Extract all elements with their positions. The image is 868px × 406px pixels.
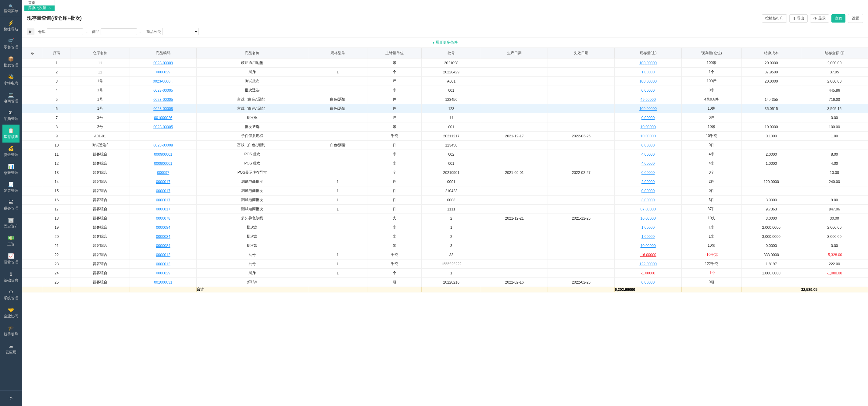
qty-main-cell[interactable]: 100.00000 xyxy=(615,104,681,113)
table-row[interactable]: 10 测试透选2 0023-00008 富诚（白色/沥情） 白色/沥情 件 12… xyxy=(22,141,868,150)
qty-main-cell[interactable]: 3.00000 xyxy=(615,196,681,205)
qty-main-cell[interactable]: 122.00000 xyxy=(615,260,681,269)
product-code-cell[interactable]: 0000084 xyxy=(130,241,197,250)
product-code-cell[interactable]: 0000084 xyxy=(130,223,197,232)
sidebar-item-collab[interactable]: 🤝企业协同 xyxy=(2,304,20,322)
sidebar-item-inventory[interactable]: 📋库存核查 xyxy=(2,125,20,142)
sidebar-item-guide[interactable]: 🎓新手引导 xyxy=(2,322,20,340)
product-code-cell[interactable]: 001000031 xyxy=(130,278,197,287)
sidebar-search[interactable]: 🔍 搜索菜单 xyxy=(0,2,22,17)
product-code-cell[interactable]: 0023-00008 xyxy=(130,104,197,113)
product-code-cell[interactable]: 0023-00005 xyxy=(130,123,197,132)
sidebar-item-assets[interactable]: 🏢固定资产 xyxy=(2,214,20,232)
product-code-cell[interactable]: 0000017 xyxy=(130,187,197,196)
qty-main-cell[interactable]: 0.00000 xyxy=(615,113,681,123)
table-row[interactable]: 19 普客综合 0000084 批次次 米 1 1.00000 1米 2,000… xyxy=(22,223,868,232)
table-row[interactable]: 5 1号 0023-00005 富诚（白色/沥情） 白色/沥情 件 123456… xyxy=(22,95,868,104)
qty-main-cell[interactable]: 1.00000 xyxy=(615,68,681,77)
warehouse-input[interactable] xyxy=(46,28,83,35)
table-row[interactable]: 8 2号 0023-00005 批次透选 米 001 10.00000 10米 … xyxy=(22,123,868,132)
sidebar-item-ledger[interactable]: 📊总账管理 xyxy=(2,161,20,178)
product-code-cell[interactable]: 0000012 xyxy=(130,260,197,269)
filter-expand-btn[interactable]: ▶ xyxy=(27,28,34,35)
table-row[interactable]: 22 普客综合 0000012 批号 1 千克 33 -16.00000 -16… xyxy=(22,250,868,260)
product-code-cell[interactable]: 0023-00005 xyxy=(130,95,197,104)
sidebar-item-finance[interactable]: 💰资金管理 xyxy=(2,142,20,161)
tab-库存批次量[interactable]: 库存批次量✕ xyxy=(24,5,55,11)
product-code-cell[interactable]: 0000017 xyxy=(130,205,197,214)
category-select[interactable] xyxy=(162,28,199,35)
table-row[interactable]: 21 普客综合 0000084 批次次 米 3 10.00000 10米 0.0… xyxy=(22,241,868,250)
product-input[interactable] xyxy=(101,28,137,35)
warehouse-dots[interactable]: ... xyxy=(85,29,88,34)
table-row[interactable]: 7 2号 001000026 批次框 吨 11 0.00000 0吨 0.00 xyxy=(22,113,868,123)
product-code-cell[interactable]: 0000078 xyxy=(130,214,197,223)
qty-main-cell[interactable]: 100.00000 xyxy=(615,59,681,68)
sidebar-item-system[interactable]: ⚙系统管理 xyxy=(2,286,20,304)
qty-main-cell[interactable]: 0.00000 xyxy=(615,168,681,177)
table-row[interactable]: 3 1号 0023-0000... 测试批次 斤 A001 100.00000 … xyxy=(22,77,868,86)
table-row[interactable]: 14 普客综合 0000017 测试电商批次 1 件 0001 2.00000 … xyxy=(22,177,868,187)
product-code-cell[interactable]: 0023-00009 xyxy=(130,59,197,68)
search-button[interactable]: 查案 xyxy=(831,14,845,23)
qty-main-cell[interactable]: 10.00000 xyxy=(615,214,681,223)
product-code-cell[interactable]: 0000017 xyxy=(130,177,197,187)
sidebar-item-ecommerce[interactable]: 🐝小蜂电商 xyxy=(2,71,20,89)
product-code-cell[interactable]: 0023-00005 xyxy=(130,86,197,95)
qty-main-cell[interactable]: -16.00000 xyxy=(615,250,681,260)
qty-main-cell[interactable]: 49.60000 xyxy=(615,95,681,104)
sidebar-item-invoice[interactable]: 🧾发票管理 xyxy=(2,178,20,197)
qty-main-cell[interactable]: 1.00000 xyxy=(615,232,681,241)
table-row[interactable]: 12 普客综合 000900001 POS 批次 米 001 4.00000 4… xyxy=(22,159,868,168)
sidebar-item-basic-info[interactable]: ℹ基础信息 xyxy=(2,268,20,286)
qty-main-cell[interactable]: 1.00000 xyxy=(615,223,681,232)
table-row[interactable]: 20 普客综合 0000084 批次次 米 2 1.00000 1米 3,000… xyxy=(22,232,868,241)
tab-close-btn[interactable]: ✕ xyxy=(48,6,51,10)
product-code-cell[interactable]: 001000026 xyxy=(130,113,197,123)
table-row[interactable]: 18 普客综合 0000078 多头异色软线 支 2 2021-12-21 20… xyxy=(22,214,868,223)
qty-main-cell[interactable]: 0.00000 xyxy=(615,86,681,95)
product-code-cell[interactable]: 000900001 xyxy=(130,150,197,159)
sidebar-item-salary[interactable]: 💵工资 xyxy=(2,232,20,250)
product-code-cell[interactable]: 0023-00008 xyxy=(130,141,197,150)
product-code-cell[interactable] xyxy=(130,132,197,141)
sidebar-item-cloud[interactable]: ☁云应用 xyxy=(2,340,20,358)
sidebar-item-purchase[interactable]: 🛍采购管理 xyxy=(2,107,20,125)
product-code-cell[interactable]: 0023-0000... xyxy=(130,77,197,86)
product-code-cell[interactable]: 0000029 xyxy=(130,269,197,278)
qty-main-cell[interactable]: 10.00000 xyxy=(615,132,681,141)
table-row[interactable]: 1 11 0023-00009 软距通用地垫 米 2021098 100.000… xyxy=(22,59,868,68)
table-row[interactable]: 24 普客综合 0000029 展斥 1 个 1 -1.00000 -1个 1,… xyxy=(22,269,868,278)
qty-main-cell[interactable]: 100.00000 xyxy=(615,77,681,86)
sidebar-item-tax[interactable]: 🏛税务管理 xyxy=(2,197,20,214)
product-code-cell[interactable]: 0000012 xyxy=(130,250,197,260)
qty-main-cell[interactable]: 4.00000 xyxy=(615,159,681,168)
table-row[interactable]: 17 普客综合 0000017 测试电商批次 1 件 1111 87.00000… xyxy=(22,205,868,214)
sidebar-settings[interactable]: ⚙ xyxy=(0,393,22,404)
product-code-cell[interactable]: 0000017 xyxy=(130,196,197,205)
product-code-cell[interactable]: 0000029 xyxy=(130,68,197,77)
qty-main-cell[interactable]: 0.00000 xyxy=(615,278,681,287)
tab-首页[interactable]: 首页 xyxy=(24,0,55,5)
sidebar-item-ecom-mgmt[interactable]: 💻电商管理 xyxy=(2,89,20,107)
qty-main-cell[interactable]: 0.00000 xyxy=(615,187,681,196)
display-button[interactable]: 👁 显示 xyxy=(810,14,829,23)
qty-main-cell[interactable]: 10.00000 xyxy=(615,123,681,132)
table-row[interactable]: 9 A01-01 子件保质期框 千克 20211217 2021-12-17 2… xyxy=(22,132,868,141)
qty-main-cell[interactable]: -1.00000 xyxy=(615,269,681,278)
qty-main-cell[interactable]: 87.00000 xyxy=(615,205,681,214)
sidebar-item-wholesale[interactable]: 📦批发管理 xyxy=(2,53,20,71)
qty-main-cell[interactable]: 2.00000 xyxy=(615,177,681,187)
table-row[interactable]: 4 1号 0023-00005 批次透选 米 001 0.00000 0米 44… xyxy=(22,86,868,95)
export-button[interactable]: ⬆ 导出 xyxy=(789,14,808,23)
product-dots[interactable]: ... xyxy=(138,29,143,34)
product-code-cell[interactable]: 000097 xyxy=(130,168,197,177)
table-row[interactable]: 25 普客综合 001000031 鲜鸡A 瓶 20220216 2022-02… xyxy=(22,278,868,287)
table-row[interactable]: 6 1号 0023-00008 富诚（白色/沥情） 白色/沥情 件 123 10… xyxy=(22,104,868,113)
inventory-table-container[interactable]: ⚙ 序号 仓库名称 商品编码 商品名称 规格型号 主计量单位 批号 生产日期 失… xyxy=(22,48,868,406)
print-button[interactable]: 按模板打印 xyxy=(762,14,787,23)
product-code-cell[interactable]: 0000084 xyxy=(130,232,197,241)
qty-main-cell[interactable]: 0.00000 xyxy=(615,141,681,150)
sidebar-item-operations[interactable]: 📈经营管理 xyxy=(2,250,20,268)
sidebar-item-retail[interactable]: 🛒零售管理 xyxy=(2,35,20,53)
